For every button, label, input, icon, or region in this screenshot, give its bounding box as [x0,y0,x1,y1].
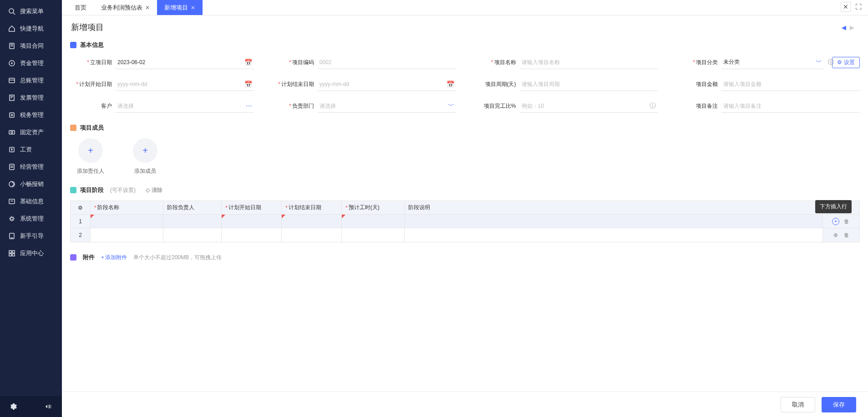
section-attach: 附件 +添加附件 单个大小不超过200MB，可拖拽上传 [70,253,860,261]
cell[interactable] [405,215,823,228]
label: 客户 [70,102,112,110]
cell[interactable] [222,228,282,242]
settings-header-icon[interactable]: ⚙ [71,201,91,214]
tab-label: 业务利润预估表 [101,4,142,12]
section-header: 基本信息 [70,41,860,49]
cell[interactable] [342,215,405,228]
tab-home[interactable]: 首页 [67,0,94,15]
info-icon [8,198,15,205]
tax-icon [8,111,15,119]
insert-row-icon[interactable]: + [832,218,839,225]
next-icon[interactable]: ▶ [850,24,854,31]
section-icon [70,125,76,131]
sidebar-item-asset[interactable]: 固定资产 [0,124,62,141]
fullscreen-button[interactable]: ⛶ [853,2,863,12]
tab-profit[interactable]: 业务利润预估表✕ [94,0,157,15]
sidebar-item-salary[interactable]: 工资 [0,141,62,158]
add-member-button[interactable]: + [133,138,157,163]
salary-icon [8,146,15,153]
sidebar-item-guide[interactable]: 新手引导 [0,227,62,245]
cell[interactable] [163,228,222,242]
prev-icon[interactable]: ◀ [842,24,846,31]
section-header: 项目阶段 (可不设置) ◇清除 [70,186,860,194]
sidebar-item-biz[interactable]: 经营管理 [0,158,62,176]
plan-start-input[interactable] [116,77,254,91]
cell[interactable] [282,228,342,242]
period-input[interactable] [520,77,658,91]
sidebar-label: 小畅报销 [20,180,44,188]
sidebar-item-contract[interactable]: 项目合同 [0,37,62,55]
cell[interactable] [91,228,163,242]
insert-row-icon[interactable]: ⊕ [832,231,839,239]
sidebar-item-invoice[interactable]: 发票管理 [0,89,62,106]
dept-select[interactable] [318,99,456,113]
cell[interactable] [405,228,823,242]
save-button[interactable]: 保存 [822,397,856,412]
close-icon[interactable]: ✕ [191,5,195,11]
proj-cat-select[interactable] [721,55,824,69]
cell[interactable] [91,215,163,228]
label: *负责部门 [272,102,314,110]
settings-button[interactable]: ⚙设置 [832,57,860,68]
sidebar-item-tax[interactable]: 税务管理 [0,106,62,124]
gear-icon[interactable] [10,403,17,410]
table-row[interactable]: 1 + 🗑 [71,215,859,228]
sidebar-item-ledger[interactable]: 总账管理 [0,72,62,89]
svg-rect-17 [9,199,15,204]
help-icon[interactable]: ⓘ [828,58,834,66]
sidebar-item-fund[interactable]: 资金管理 [0,55,62,72]
field-period: 项目周期(天) [474,77,658,91]
sidebar-label: 经营管理 [20,163,44,171]
sidebar-label: 固定资产 [20,128,44,136]
tab-label: 首页 [75,4,86,12]
delete-row-icon[interactable]: 🗑 [843,218,850,225]
create-date-input[interactable] [116,55,254,69]
table-row[interactable]: 2 ⊕ 🗑 [71,228,859,242]
cell[interactable] [163,215,222,228]
page-header: 新增项目 ◀ ▶ [62,15,868,37]
wallet-icon [8,60,15,67]
section-header: 项目成员 [70,124,860,132]
label: 项目周期(天) [474,80,516,88]
remark-input[interactable] [721,99,860,113]
collapse-icon[interactable] [45,403,52,410]
customer-select[interactable] [116,99,254,113]
sidebar-item-system[interactable]: 系统管理 [0,210,62,227]
sidebar-item-info[interactable]: 基础信息 [0,193,62,210]
sidebar-item-apps[interactable]: 应用中心 [0,245,62,262]
field-proj-code: *项目编码 [272,55,456,69]
progress-input[interactable] [520,99,658,113]
tab-new-project[interactable]: 新增项目✕ [157,0,203,15]
cell[interactable] [222,215,282,228]
col-hours: *预计工时(天) [342,201,405,214]
cell[interactable] [282,215,342,228]
add-attachment-button[interactable]: +添加附件 [101,254,127,261]
field-progress: 项目完工比% ⓘ [474,99,658,113]
add-owner-button[interactable]: + [78,138,103,163]
sidebar-item-nav[interactable]: 快捷导航 [0,20,62,37]
cancel-button[interactable]: 取消 [781,397,815,412]
sidebar-item-search[interactable]: 搜索菜单 [0,3,62,20]
cell[interactable] [342,228,405,242]
amount-input[interactable] [721,77,860,91]
sidebar-label: 总账管理 [20,76,44,85]
svg-point-19 [10,217,13,220]
field-dept: *负责部门 ﹀ [272,99,456,113]
sidebar-item-reimburse[interactable]: 小畅报销 [0,176,62,193]
proj-code-input[interactable] [318,55,456,69]
invoice-icon [8,94,15,101]
sidebar: 搜索菜单 快捷导航 项目合同 资金管理 总账管理 发票管理 税务管理 固定资产 … [0,0,62,417]
page-title: 新增项目 [71,22,104,33]
close-icon[interactable]: ✕ [145,5,150,11]
delete-row-icon[interactable]: 🗑 [843,231,850,239]
plus-icon: + [101,254,104,261]
stage-table: ⚙ *阶段名称 阶段负责人 *计划开始日期 *计划结束日期 *预计工时(天) 阶… [70,201,860,242]
plan-end-input[interactable] [318,77,456,91]
main: ✕ ⛶ 首页 业务利润预估表✕ 新增项目✕ 新增项目 ◀ ▶ 基本信息 [62,0,868,417]
proj-name-input[interactable] [520,55,658,69]
close-window-button[interactable]: ✕ [841,2,851,12]
clear-button[interactable]: ◇清除 [146,186,162,194]
add-member-label: 添加成员 [134,167,156,175]
section-hint: (可不设置) [110,186,136,194]
field-customer: 客户 ⋯ [70,99,254,113]
